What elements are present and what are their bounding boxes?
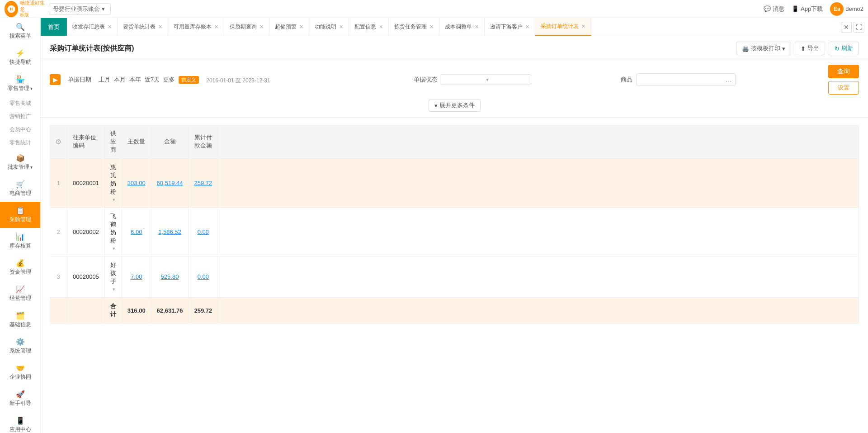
basic-icon: 🗂️ bbox=[16, 311, 25, 320]
col-header-paid: 累计付款金额 bbox=[189, 125, 218, 159]
refresh-button[interactable]: ↻ 刷新 bbox=[829, 42, 859, 55]
shortcut-this-year[interactable]: 本年 bbox=[129, 76, 141, 84]
tab-close-func-desc[interactable]: ✕ bbox=[339, 24, 343, 30]
tab-close-collect-summary[interactable]: ✕ bbox=[108, 24, 112, 30]
tab-close-pick-task[interactable]: ✕ bbox=[429, 24, 434, 30]
enterprise-icon: 🤝 bbox=[16, 364, 25, 372]
tab-invite-downstream[interactable]: 邀请下游客户 ✕ bbox=[485, 18, 535, 36]
purchase-icon: 📋 bbox=[16, 206, 25, 215]
tab-config-info[interactable]: 配置信息 ✕ bbox=[349, 18, 389, 36]
quicknav-icon: ⚡ bbox=[16, 49, 25, 57]
sidebar-item-wholesale[interactable]: 📦 批发管理 ▾ bbox=[0, 149, 40, 176]
tab-close-overstock[interactable]: ✕ bbox=[299, 24, 303, 30]
col-header-gear: ⚙ bbox=[50, 125, 67, 159]
footer-amount: 62,631.76 bbox=[151, 297, 189, 324]
export-button[interactable]: ⬆ 导出 bbox=[795, 42, 825, 55]
filter-toggle-button[interactable]: ▶ bbox=[50, 74, 61, 85]
tab-bar: 首页 收发存汇总表 ✕ 要货单统计表 ✕ 可用量库存账本 ✕ 保质期查询 ✕ bbox=[41, 18, 868, 36]
tab-close-config-info[interactable]: ✕ bbox=[379, 24, 383, 30]
row-code: 00020001 bbox=[67, 159, 105, 208]
tab-maximize-button[interactable]: ⛶ bbox=[854, 22, 864, 33]
row-code: 00020002 bbox=[67, 208, 105, 257]
user-profile[interactable]: Ea demo2 bbox=[830, 2, 863, 16]
sidebar-item-search[interactable]: 🔍 搜索英单 bbox=[0, 18, 40, 44]
sidebar-item-quicknav[interactable]: ⚡ 快捷导航 bbox=[0, 44, 40, 71]
message-button[interactable]: 💬 消息 bbox=[764, 5, 784, 13]
row-supplier: 惠氏奶粉 ▾ bbox=[104, 159, 122, 208]
sidebar-item-ops[interactable]: 📈 经营管理 bbox=[0, 281, 40, 307]
shortcut-7days[interactable]: 近7天 bbox=[145, 76, 160, 84]
row-expand-icon[interactable]: ▾ bbox=[113, 286, 115, 292]
sidebar-item-newguide[interactable]: 🚀 新手引导 bbox=[0, 385, 40, 412]
row-code: 00020005 bbox=[67, 257, 105, 298]
status-filter-label: 单据状态 bbox=[414, 76, 437, 84]
goods-text-input[interactable] bbox=[640, 76, 726, 83]
logo-text: 畅捷通好生意 标版 bbox=[20, 0, 45, 17]
goods-input[interactable]: ... bbox=[636, 73, 736, 86]
shortcut-more[interactable]: 更多 bbox=[163, 76, 175, 84]
print-button[interactable]: 🖨️ 按模板打印 ▾ bbox=[736, 42, 791, 55]
tab-expiry-query[interactable]: 保质期查询 ✕ bbox=[224, 18, 269, 36]
tab-close-cost-adjust[interactable]: ✕ bbox=[475, 24, 479, 30]
filter-row-1: ▶ 单据日期 上月 本月 本年 近7天 更多 自定义 2016-01-01 至 … bbox=[50, 65, 859, 95]
row-expand-icon[interactable]: ▾ bbox=[113, 246, 115, 251]
sidebar-item-retail[interactable]: 🏪 零售管理 ▾ bbox=[0, 71, 40, 97]
custom-date-badge[interactable]: 自定义 bbox=[179, 76, 199, 84]
sidebar-item-ecommerce[interactable]: 🛒 电商管理 bbox=[0, 176, 40, 202]
goods-more-icon[interactable]: ... bbox=[726, 76, 731, 84]
row-index: 3 bbox=[50, 257, 67, 298]
sidebar-item-basic[interactable]: 🗂️ 基础信息 bbox=[0, 307, 40, 333]
status-chevron-icon: ▾ bbox=[486, 76, 527, 83]
tab-close-expiry-query[interactable]: ✕ bbox=[259, 24, 264, 30]
sidebar-item-retail-stat[interactable]: 零售统计 bbox=[0, 136, 40, 149]
page-content: 采购订单统计表(按供应商) 🖨️ 按模板打印 ▾ ⬆ 导出 ↻ bbox=[41, 36, 868, 433]
expand-more-button[interactable]: ▾ 展开更多条件 bbox=[429, 99, 481, 112]
finance-icon: 💰 bbox=[16, 259, 25, 267]
tab-func-desc[interactable]: 功能说明 ✕ bbox=[309, 18, 349, 36]
tab-close-invite-downstream[interactable]: ✕ bbox=[525, 24, 529, 30]
row-supplier: 好孩子 ▾ bbox=[104, 257, 122, 298]
tab-stock-ledger[interactable]: 可用量库存账本 ✕ bbox=[168, 18, 224, 36]
page-header: 采购订单统计表(按供应商) 🖨️ 按模板打印 ▾ ⬆ 导出 ↻ bbox=[41, 36, 868, 59]
row-supplier: 飞鹤奶粉 ▾ bbox=[104, 208, 122, 257]
sidebar-item-system[interactable]: ⚙️ 系统管理 bbox=[0, 333, 40, 359]
app-download-button[interactable]: 📱 App下载 bbox=[792, 5, 823, 13]
tab-order-summary[interactable]: 要货单统计表 ✕ bbox=[118, 18, 168, 36]
tab-close-purchase-stat[interactable]: ✕ bbox=[581, 24, 585, 29]
sidebar-item-finance[interactable]: 💰 资金管理 bbox=[0, 254, 40, 281]
status-select[interactable]: ▾ bbox=[441, 74, 531, 85]
workspace-selector[interactable]: 母婴行业演示账套 ▾ bbox=[49, 3, 111, 15]
sidebar: 🔍 搜索英单 ⚡ 快捷导航 🏪 零售管理 ▾ 零售商城 营销推广 bbox=[0, 18, 41, 433]
settings-icon[interactable]: ⚙ bbox=[55, 138, 61, 146]
shortcut-this-month[interactable]: 本月 bbox=[114, 76, 126, 84]
tab-pick-task[interactable]: 拣货任务管理 ✕ bbox=[389, 18, 439, 36]
sidebar-item-marketing[interactable]: 营销推广 bbox=[0, 110, 40, 123]
tab-overstock[interactable]: 超储预警 ✕ bbox=[269, 18, 309, 36]
tab-close-all-button[interactable]: ✕ bbox=[841, 22, 852, 33]
sidebar-item-appcenter[interactable]: 📱 应用中心 bbox=[0, 412, 40, 433]
tab-close-order-summary[interactable]: ✕ bbox=[158, 24, 162, 30]
sidebar-item-purchase[interactable]: 📋 采购管理 bbox=[0, 202, 40, 228]
chevron-down-icon: ▾ bbox=[30, 165, 33, 170]
footer-label: 合计 bbox=[104, 297, 122, 324]
goods-filter-group: 商品 ... bbox=[621, 73, 821, 86]
table-row: 1 00020001 惠氏奶粉 ▾ 303.00 60,519.44 259.7… bbox=[50, 159, 859, 208]
refresh-icon: ↻ bbox=[835, 45, 840, 52]
sidebar-item-retail-mall[interactable]: 零售商城 bbox=[0, 97, 40, 110]
tab-collect-summary[interactable]: 收发存汇总表 ✕ bbox=[67, 18, 118, 36]
tab-purchase-stat[interactable]: 采购订单统计表 ✕ bbox=[535, 18, 591, 36]
sidebar-item-member[interactable]: 会员中心 bbox=[0, 123, 40, 136]
sidebar-item-inventory[interactable]: 📊 库存核算 bbox=[0, 228, 40, 254]
settings-button[interactable]: 设置 bbox=[828, 81, 859, 95]
tab-home[interactable]: 首页 bbox=[41, 18, 67, 36]
query-button[interactable]: 查询 bbox=[828, 65, 859, 78]
row-expand-icon[interactable]: ▾ bbox=[113, 197, 115, 202]
footer-qty: 316.00 bbox=[122, 297, 151, 324]
shortcut-last-month[interactable]: 上月 bbox=[99, 76, 110, 84]
row-index: 1 bbox=[50, 159, 67, 208]
tab-close-stock-ledger[interactable]: ✕ bbox=[214, 24, 218, 30]
sidebar-item-enterprise[interactable]: 🤝 企业协同 bbox=[0, 359, 40, 385]
row-paid: 0.00 bbox=[189, 257, 218, 298]
expand-more-area: ▾ 展开更多条件 bbox=[50, 99, 859, 112]
tab-cost-adjust[interactable]: 成本调整单 ✕ bbox=[439, 18, 485, 36]
